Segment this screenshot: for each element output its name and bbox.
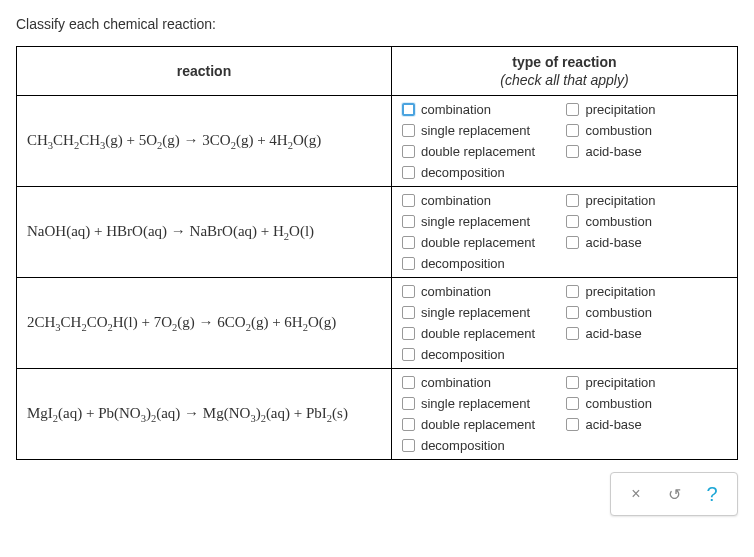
checkbox-icon[interactable] bbox=[402, 285, 415, 298]
checkbox-icon[interactable] bbox=[566, 285, 579, 298]
check-double-replacement[interactable]: double replacement bbox=[402, 417, 563, 432]
checkbox-icon[interactable] bbox=[402, 418, 415, 431]
checkbox-icon[interactable] bbox=[566, 215, 579, 228]
check-decomposition[interactable]: decomposition bbox=[402, 347, 563, 362]
checkbox-icon[interactable] bbox=[566, 124, 579, 137]
check-single-replacement[interactable]: single replacement bbox=[402, 123, 563, 138]
check-precipitation[interactable]: precipitation bbox=[566, 102, 727, 117]
check-double-replacement[interactable]: double replacement bbox=[402, 326, 563, 341]
checkbox-icon[interactable] bbox=[402, 103, 415, 116]
table-row: NaOH(aq) + HBrO(aq) → NaBrO(aq) + H2O(l)… bbox=[17, 187, 738, 278]
check-label: decomposition bbox=[421, 438, 505, 453]
clear-button[interactable]: × bbox=[621, 479, 651, 509]
check-label: combination bbox=[421, 375, 491, 390]
check-label: single replacement bbox=[421, 396, 530, 411]
check-combination[interactable]: combination bbox=[402, 193, 563, 208]
reaction-1: CH3CH2CH3(g) + 5O2(g) → 3CO2(g) + 4H2O(g… bbox=[17, 96, 392, 187]
table-row: 2CH3CH2CO2H(l) + 7O2(g) → 6CO2(g) + 6H2O… bbox=[17, 278, 738, 369]
checkbox-icon[interactable] bbox=[402, 215, 415, 228]
check-precipitation[interactable]: precipitation bbox=[566, 375, 727, 390]
checkbox-icon[interactable] bbox=[566, 376, 579, 389]
check-precipitation[interactable]: precipitation bbox=[566, 284, 727, 299]
check-combination[interactable]: combination bbox=[402, 284, 563, 299]
check-precipitation[interactable]: precipitation bbox=[566, 193, 727, 208]
help-icon: ? bbox=[706, 483, 717, 506]
check-label: single replacement bbox=[421, 305, 530, 320]
checkbox-icon[interactable] bbox=[566, 327, 579, 340]
reaction-4: MgI2(aq) + Pb(NO3)2(aq) → Mg(NO3)2(aq) +… bbox=[17, 369, 392, 460]
reaction-3: 2CH3CH2CO2H(l) + 7O2(g) → 6CO2(g) + 6H2O… bbox=[17, 278, 392, 369]
checkbox-icon[interactable] bbox=[402, 306, 415, 319]
check-single-replacement[interactable]: single replacement bbox=[402, 305, 563, 320]
check-decomposition[interactable]: decomposition bbox=[402, 256, 563, 271]
check-label: precipitation bbox=[585, 193, 655, 208]
header-reaction: reaction bbox=[17, 47, 392, 96]
checkbox-icon[interactable] bbox=[566, 236, 579, 249]
check-acid-base[interactable]: acid-base bbox=[566, 235, 727, 250]
check-combustion[interactable]: combustion bbox=[566, 396, 727, 411]
page-title: Classify each chemical reaction: bbox=[16, 16, 738, 32]
reset-icon: ↺ bbox=[668, 485, 681, 504]
check-combination[interactable]: combination bbox=[402, 375, 563, 390]
check-decomposition[interactable]: decomposition bbox=[402, 165, 563, 180]
check-label: precipitation bbox=[585, 375, 655, 390]
check-single-replacement[interactable]: single replacement bbox=[402, 214, 563, 229]
checkbox-icon[interactable] bbox=[566, 145, 579, 158]
checkbox-icon[interactable] bbox=[402, 257, 415, 270]
check-label: combustion bbox=[585, 123, 651, 138]
check-acid-base[interactable]: acid-base bbox=[566, 326, 727, 341]
checkbox-icon[interactable] bbox=[566, 306, 579, 319]
checkbox-icon[interactable] bbox=[402, 348, 415, 361]
checkbox-icon[interactable] bbox=[402, 376, 415, 389]
header-type-bold: type of reaction bbox=[512, 54, 616, 70]
check-label: single replacement bbox=[421, 123, 530, 138]
check-label: acid-base bbox=[585, 417, 641, 432]
check-label: combination bbox=[421, 284, 491, 299]
check-decomposition[interactable]: decomposition bbox=[402, 438, 563, 453]
check-label: combustion bbox=[585, 305, 651, 320]
check-label: combustion bbox=[585, 396, 651, 411]
check-label: combustion bbox=[585, 214, 651, 229]
check-acid-base[interactable]: acid-base bbox=[566, 144, 727, 159]
table-row: MgI2(aq) + Pb(NO3)2(aq) → Mg(NO3)2(aq) +… bbox=[17, 369, 738, 460]
header-type-ital: (check all that apply) bbox=[500, 72, 628, 88]
checkbox-icon[interactable] bbox=[566, 103, 579, 116]
reset-button[interactable]: ↺ bbox=[659, 479, 689, 509]
check-combustion[interactable]: combustion bbox=[566, 214, 727, 229]
table-row: CH3CH2CH3(g) + 5O2(g) → 3CO2(g) + 4H2O(g… bbox=[17, 96, 738, 187]
checkbox-icon[interactable] bbox=[402, 194, 415, 207]
check-label: double replacement bbox=[421, 235, 535, 250]
help-button[interactable]: ? bbox=[697, 479, 727, 509]
check-label: single replacement bbox=[421, 214, 530, 229]
check-combination[interactable]: combination bbox=[402, 102, 563, 117]
check-combustion[interactable]: combustion bbox=[566, 305, 727, 320]
check-label: acid-base bbox=[585, 144, 641, 159]
check-label: decomposition bbox=[421, 347, 505, 362]
check-label: double replacement bbox=[421, 144, 535, 159]
checkbox-icon[interactable] bbox=[402, 439, 415, 452]
check-combustion[interactable]: combustion bbox=[566, 123, 727, 138]
checkbox-icon[interactable] bbox=[402, 145, 415, 158]
footer-bar: × ↺ ? bbox=[16, 472, 738, 516]
checkbox-icon[interactable] bbox=[566, 418, 579, 431]
check-label: combination bbox=[421, 102, 491, 117]
check-label: decomposition bbox=[421, 165, 505, 180]
button-bar: × ↺ ? bbox=[610, 472, 738, 516]
check-double-replacement[interactable]: double replacement bbox=[402, 235, 563, 250]
check-single-replacement[interactable]: single replacement bbox=[402, 396, 563, 411]
checkbox-icon[interactable] bbox=[566, 397, 579, 410]
check-acid-base[interactable]: acid-base bbox=[566, 417, 727, 432]
checkbox-icon[interactable] bbox=[402, 397, 415, 410]
checkbox-icon[interactable] bbox=[566, 194, 579, 207]
check-double-replacement[interactable]: double replacement bbox=[402, 144, 563, 159]
checkbox-icon[interactable] bbox=[402, 327, 415, 340]
reaction-table: reaction type of reaction (check all tha… bbox=[16, 46, 738, 460]
check-label: acid-base bbox=[585, 326, 641, 341]
check-label: decomposition bbox=[421, 256, 505, 271]
header-type: type of reaction (check all that apply) bbox=[391, 47, 737, 96]
check-label: combination bbox=[421, 193, 491, 208]
checkbox-icon[interactable] bbox=[402, 166, 415, 179]
check-label: double replacement bbox=[421, 326, 535, 341]
checkbox-icon[interactable] bbox=[402, 124, 415, 137]
checkbox-icon[interactable] bbox=[402, 236, 415, 249]
